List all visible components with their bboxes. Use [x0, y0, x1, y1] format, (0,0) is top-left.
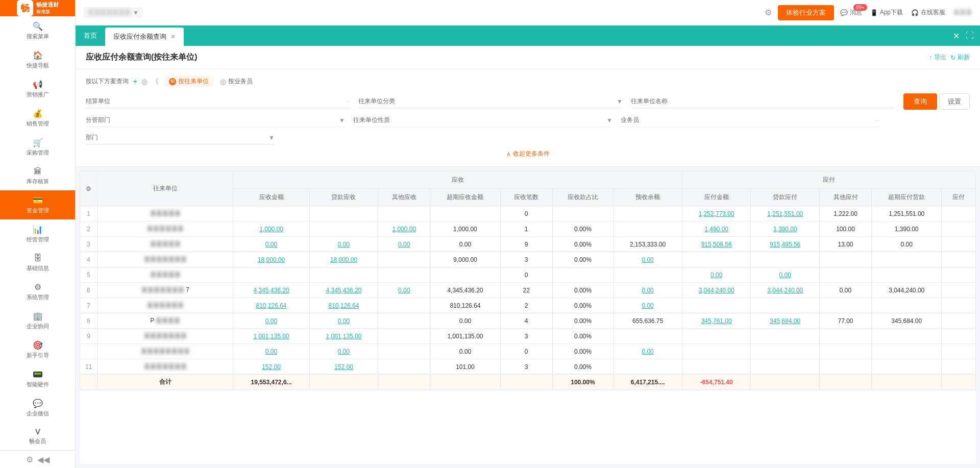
row-rec-amount[interactable]: 18,000.00	[233, 252, 309, 267]
sidebar-item-purchase[interactable]: 🛒 采购管理	[0, 133, 75, 162]
row-loan-rec[interactable]: 152.00	[309, 359, 378, 375]
row-overdue-pay	[871, 344, 941, 359]
sidebar-item-sales[interactable]: 💰 销售管理	[0, 104, 75, 133]
topbar: 某某某某某某某 ▼ ⚙ 体验行业方案 💬 消息 99+ 📱 App下载 🎧 在线…	[76, 0, 980, 26]
sidebar-collapse-icon[interactable]: ◀◀	[37, 455, 50, 464]
sidebar-item-operation[interactable]: 📊 经营管理	[0, 219, 75, 249]
row-prepaid[interactable]: 0.00	[614, 283, 682, 298]
close-window-icon[interactable]: ✕	[953, 31, 960, 41]
data-table-container[interactable]: ⚙ 往来单位 应收 应付 应收金额 贷款应收 其他应收 超期应收金额 应收笔数 …	[80, 171, 976, 464]
row-num: 7	[80, 298, 97, 313]
row-other-rec[interactable]: 0.00	[378, 283, 430, 298]
row-loan-rec[interactable]: 18,000.00	[309, 252, 378, 267]
filter-add-icon[interactable]: +	[133, 77, 137, 86]
row-num	[80, 344, 97, 359]
row-rec-amount[interactable]: 1,000.00	[233, 221, 309, 237]
row-prepaid	[614, 359, 682, 375]
row-rec-amount[interactable]: 0.00	[233, 313, 309, 329]
row-loan-rec[interactable]: 1,001,135.00	[309, 329, 378, 344]
sidebar-item-quick[interactable]: 🏠 快捷导航	[0, 45, 75, 75]
app-download-button[interactable]: 📱 App下载	[870, 8, 903, 17]
row-loan-rec[interactable]: 810,126.64	[309, 298, 378, 313]
row-pay-amount[interactable]: 1,252,773.00	[682, 206, 751, 221]
row-loan-rec	[309, 206, 378, 221]
marketing-icon: 📢	[33, 80, 43, 89]
settings-button[interactable]: 设置	[939, 93, 970, 110]
row-rec-amount[interactable]: 1,001,135.00	[233, 329, 309, 344]
row-other-rec[interactable]: 1,000.00	[378, 221, 430, 237]
sidebar-item-guide[interactable]: 🎯 新手引导	[0, 335, 75, 364]
refresh-button[interactable]: ↻ 刷新	[950, 53, 970, 62]
row-prepaid[interactable]: 0.00	[614, 344, 682, 359]
sidebar-label-member: 畅会员	[29, 437, 46, 445]
row-rec-amount[interactable]: 810,126.64	[233, 298, 309, 313]
row-prepaid[interactable]: 0.00	[614, 298, 682, 313]
row-rec-ratio	[552, 206, 614, 221]
sidebar-item-member[interactable]: Ⅴ 畅会员	[0, 423, 75, 450]
service-icon: 🎧	[911, 9, 919, 16]
row-loan-pay[interactable]: 1,390.00	[751, 221, 820, 237]
row-rec-amount[interactable]: 0.00	[233, 237, 309, 252]
row-overdue-pay: 1,390.00	[871, 221, 941, 237]
sidebar-item-basic[interactable]: 🗄 基础信息	[0, 249, 75, 277]
table-settings-col[interactable]: ⚙	[80, 171, 97, 206]
sidebar-item-enterprise[interactable]: 🏢 企业协同	[0, 306, 75, 335]
collapse-button[interactable]: ∧ 收起更多条件	[506, 147, 550, 160]
row-loan-rec[interactable]: 4,345,436.20	[309, 283, 378, 298]
filter-collapse-icon[interactable]: 《	[152, 77, 159, 86]
message-button[interactable]: 💬 消息 99+	[840, 8, 862, 17]
row-pay-amount[interactable]: 3,044,240.00	[682, 283, 751, 298]
topbar-gear-icon[interactable]: ⚙	[765, 8, 772, 17]
collapse-label: 收起更多条件	[513, 150, 550, 158]
row-loan-pay[interactable]: 345,684.00	[751, 313, 820, 329]
company-name[interactable]: 某某某某某某某 ▼	[84, 7, 143, 18]
export-button[interactable]: ↑ 导出	[929, 53, 946, 62]
filter-by-staff[interactable]: ◎ 按业务员	[216, 76, 257, 87]
row-loan-pay[interactable]: 0.00	[751, 267, 820, 283]
query-button[interactable]: 查询	[903, 93, 937, 110]
row-prepaid[interactable]: 0.00	[614, 252, 682, 267]
promo-button[interactable]: 体验行业方案	[778, 5, 834, 20]
row-pay-amount[interactable]: 915,508.56	[682, 237, 751, 252]
sidebar-item-inventory[interactable]: 🏛 库存核算	[0, 162, 75, 190]
row-overdue-rec: 9,000.00	[430, 252, 500, 267]
row-loan-pay[interactable]: 3,044,240.00	[751, 283, 820, 298]
row-loan-rec[interactable]: 0.00	[309, 313, 378, 329]
filter-settings-icon[interactable]: ◎	[141, 78, 148, 86]
row-pay-amount[interactable]: 0.00	[682, 267, 751, 283]
sidebar-item-marketing[interactable]: 📢 营销推广	[0, 75, 75, 104]
row-overdue-rec	[430, 206, 500, 221]
sidebar-settings-icon[interactable]: ⚙	[26, 455, 33, 464]
row-loan-rec[interactable]: 0.00	[309, 237, 378, 252]
row-rec-count: 4	[500, 313, 552, 329]
sidebar-item-hardware[interactable]: 📟 智能硬件	[0, 364, 75, 393]
dropdown-icon-category: ▼	[617, 98, 623, 105]
row-pay-amount[interactable]: 1,490.00	[682, 221, 751, 237]
sidebar-item-wechat[interactable]: 💬 企业微信	[0, 393, 75, 423]
row-loan-pay[interactable]: 915,495.56	[751, 237, 820, 252]
customer-service-button[interactable]: 🎧 在线客服	[911, 8, 945, 17]
tab-query[interactable]: 应收应付余额查询 ✕	[105, 28, 184, 46]
row-loan-rec[interactable]: 0.00	[309, 344, 378, 359]
maximize-icon[interactable]: ⛶	[966, 31, 974, 40]
close-tab-icon[interactable]: ✕	[170, 33, 176, 40]
field-label-jiesuan: 结算单位	[86, 97, 116, 106]
tab-home[interactable]: 首页	[76, 26, 105, 46]
row-rec-amount[interactable]: 152.00	[233, 359, 309, 375]
sidebar-item-finance[interactable]: 💳 资金管理	[0, 190, 75, 219]
row-rec-amount[interactable]: 0.00	[233, 344, 309, 359]
row-rec-amount[interactable]: 4,345,436.20	[233, 283, 309, 298]
row-loan-pay	[751, 329, 820, 344]
table-gear-icon[interactable]: ⚙	[86, 185, 91, 192]
row-other-rec	[378, 313, 430, 329]
row-other-rec[interactable]: 0.00	[378, 237, 430, 252]
row-pay-amount[interactable]: 345,761.00	[682, 313, 751, 329]
filter-by-unit[interactable]: 畅 按往来单位	[165, 76, 213, 87]
row-loan-pay[interactable]: 1,251,551.00	[751, 206, 820, 221]
row-pay-amount	[682, 252, 751, 267]
dropdown-icon-dept: ▼	[339, 117, 345, 124]
sidebar-item-system[interactable]: ⚙ 系统管理	[0, 277, 75, 306]
row-other-pay	[820, 298, 872, 313]
sidebar-item-search[interactable]: 🔍 搜索菜单	[0, 16, 75, 45]
user-info[interactable]: 某某某	[953, 8, 972, 17]
